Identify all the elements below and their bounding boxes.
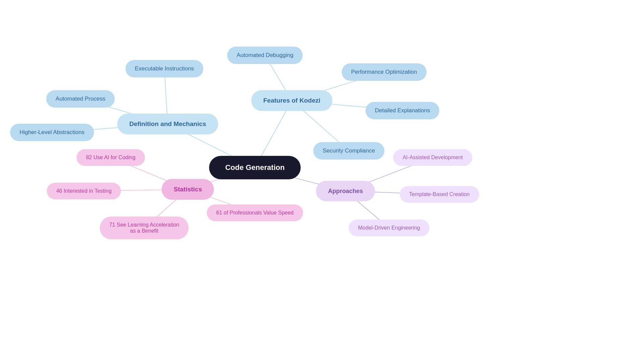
node-features-kodezi[interactable]: Features of Kodezi [251, 90, 332, 111]
node-security-compliance[interactable]: Security Compliance [313, 142, 384, 160]
node-approaches[interactable]: Approaches [316, 181, 375, 201]
node-performance-optimization[interactable]: Performance Optimization [342, 63, 427, 81]
node-learning-acceleration[interactable]: 71 See Learning Acceleration as a Benefi… [100, 217, 189, 239]
node-detailed-explanations[interactable]: Detailed Explanations [366, 102, 439, 119]
node-professionals-value-speed[interactable]: 61 of Professionals Value Speed [207, 204, 303, 221]
mindmap-container: Code GenerationDefinition and MechanicsA… [0, 0, 644, 363]
node-code-generation[interactable]: Code Generation [209, 156, 301, 179]
node-executable-instructions[interactable]: Executable Instructions [125, 60, 203, 77]
node-automated-process[interactable]: Automated Process [46, 90, 115, 108]
node-model-driven[interactable]: Model-Driven Engineering [349, 220, 430, 236]
node-automated-debugging[interactable]: Automated Debugging [227, 47, 303, 64]
node-use-ai-coding[interactable]: 82 Use AI for Coding [76, 149, 145, 166]
node-template-based[interactable]: Template-Based Creation [400, 186, 479, 203]
node-definition-mechanics[interactable]: Definition and Mechanics [117, 114, 218, 134]
node-ai-assisted[interactable]: AI-Assisted Development [393, 149, 472, 166]
node-higher-level-abstractions[interactable]: Higher-Level Abstractions [10, 124, 94, 141]
node-statistics[interactable]: Statistics [162, 179, 214, 200]
node-interested-testing[interactable]: 46 Interested in Testing [47, 183, 121, 199]
